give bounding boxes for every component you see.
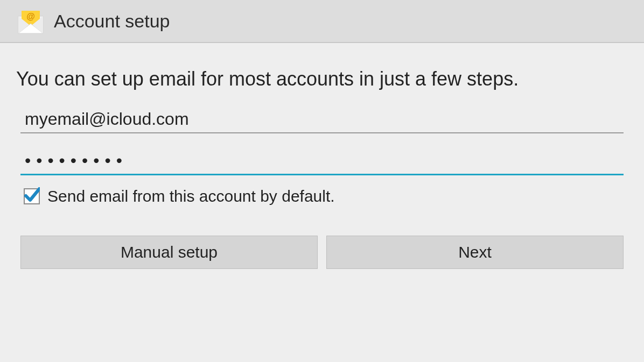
manual-setup-button[interactable]: Manual setup	[20, 236, 318, 269]
password-field[interactable]	[20, 145, 624, 175]
next-button[interactable]: Next	[326, 236, 624, 269]
setup-heading: You can set up email for most accounts i…	[16, 67, 628, 91]
page-title: Account setup	[54, 11, 170, 32]
app-header: @ Account setup	[0, 0, 644, 43]
button-row: Manual setup Next	[20, 236, 624, 269]
email-field[interactable]	[20, 104, 624, 133]
default-account-checkbox[interactable]	[24, 188, 40, 204]
svg-text:@: @	[26, 12, 35, 21]
content-area: You can set up email for most accounts i…	[0, 43, 644, 269]
email-field-wrap	[20, 104, 624, 133]
password-field-wrap	[20, 145, 624, 175]
default-account-label: Send email from this account by default.	[47, 187, 335, 205]
default-account-row: Send email from this account by default.	[24, 187, 624, 205]
email-app-icon: @	[15, 8, 46, 34]
